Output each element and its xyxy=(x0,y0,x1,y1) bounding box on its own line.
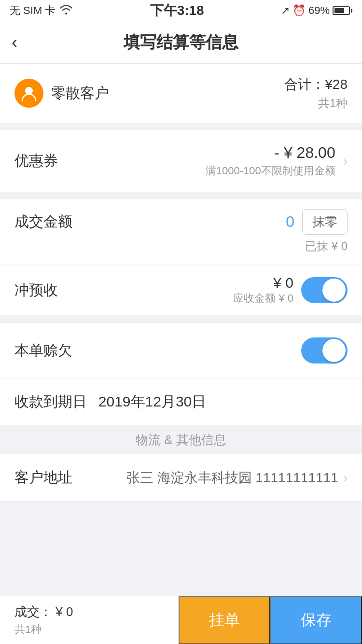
status-left: 无 SIM 卡 xyxy=(10,3,73,18)
coupon-right: - ¥ 28.00 满1000-100不限制使用金额 › xyxy=(206,144,348,178)
bottom-bar: 成交： ¥ 0 共1种 挂单 保存 xyxy=(0,596,362,644)
deal-top: 成交金额 0 抹零 xyxy=(14,209,348,235)
deal-amount-label: 成交金额 xyxy=(14,212,72,232)
status-bar: 无 SIM 卡 下午3:18 ↗ ⏰ 69% xyxy=(0,0,362,21)
customer-section: 零散客户 合计：¥28 共1种 xyxy=(0,64,362,123)
debt-row: 本单赊欠 xyxy=(0,323,362,378)
debt-section: 本单赊欠 收款到期日 2019年12月30日 xyxy=(0,323,362,425)
customer-right: 合计：¥28 共1种 xyxy=(284,75,348,111)
duedate-label: 收款到期日 xyxy=(14,393,87,409)
battery-icon xyxy=(333,6,352,15)
sim-label: 无 SIM 卡 xyxy=(10,3,56,18)
location-icon: ↗ xyxy=(281,4,290,17)
total-count: 共1种 xyxy=(284,96,348,111)
bottom-deal-count: 共1种 xyxy=(14,622,164,637)
nav-title: 填写结算等信息 xyxy=(124,31,238,54)
back-button[interactable]: ‹ xyxy=(12,32,17,53)
duedate-value: 2019年12月30日 xyxy=(98,393,206,409)
wifi-icon xyxy=(59,4,73,17)
coupon-value-block: - ¥ 28.00 满1000-100不限制使用金额 xyxy=(206,144,335,178)
status-time: 下午3:18 xyxy=(150,1,204,20)
deal-section: 成交金额 0 抹零 已抹 ¥ 0 冲预收 ¥ 0 应收金额 ¥ 0 xyxy=(0,199,362,315)
hang-button[interactable]: 挂单 xyxy=(179,596,270,644)
precollect-right: ¥ 0 应收金额 ¥ 0 xyxy=(233,275,348,306)
precollect-toggle[interactable] xyxy=(301,277,348,303)
deal-sub: 已抹 ¥ 0 xyxy=(14,238,348,260)
precollect-row: 冲预收 ¥ 0 应收金额 ¥ 0 xyxy=(0,265,362,315)
content-area: 零散客户 合计：¥28 共1种 优惠券 - ¥ 28.00 满1000-100不… xyxy=(0,64,362,549)
precollect-value-block: ¥ 0 应收金额 ¥ 0 xyxy=(233,275,293,306)
precollect-sub: 应收金额 ¥ 0 xyxy=(233,291,293,306)
customer-left: 零散客户 xyxy=(14,79,109,108)
coupon-amount: - ¥ 28.00 xyxy=(206,144,335,162)
address-value: 张三 海淀永丰科技园 11111111111 xyxy=(82,469,338,487)
precollect-amount: ¥ 0 xyxy=(233,275,293,291)
nav-bar: ‹ 填写结算等信息 xyxy=(0,21,362,64)
coupon-chevron-icon: › xyxy=(343,154,348,169)
round-button[interactable]: 抹零 xyxy=(302,209,348,235)
debt-toggle[interactable] xyxy=(301,337,348,364)
precollect-label: 冲预收 xyxy=(14,280,58,300)
total-amount: 合计：¥28 xyxy=(284,75,348,94)
save-button[interactable]: 保存 xyxy=(270,596,362,644)
address-label: 客户地址 xyxy=(14,468,72,488)
customer-name: 零散客户 xyxy=(51,84,109,103)
address-chevron-icon: › xyxy=(343,470,348,486)
deal-amount-value: 0 xyxy=(286,213,294,231)
divider-2 xyxy=(0,192,362,199)
address-row[interactable]: 客户地址 张三 海淀永丰科技园 11111111111 › xyxy=(0,454,362,501)
deal-amount-right: 0 抹零 xyxy=(286,209,348,235)
logistics-section-label: 物流 & 其他信息 xyxy=(126,432,236,448)
coupon-row[interactable]: 优惠券 - ¥ 28.00 满1000-100不限制使用金额 › xyxy=(0,130,362,192)
customer-avatar xyxy=(14,79,43,108)
logistics-divider: 物流 & 其他信息 xyxy=(0,425,362,454)
bottom-left: 成交： ¥ 0 共1种 xyxy=(0,603,179,637)
divider-1 xyxy=(0,123,362,130)
coupon-desc: 满1000-100不限制使用金额 xyxy=(206,164,335,178)
coupon-label: 优惠券 xyxy=(14,151,58,171)
address-section[interactable]: 客户地址 张三 海淀永丰科技园 11111111111 › xyxy=(0,454,362,501)
svg-point-0 xyxy=(25,87,33,95)
debt-label: 本单赊欠 xyxy=(14,341,72,361)
divider-3 xyxy=(0,315,362,323)
alarm-icon: ⏰ xyxy=(292,4,306,17)
coupon-section[interactable]: 优惠券 - ¥ 28.00 满1000-100不限制使用金额 › xyxy=(0,130,362,192)
status-right: ↗ ⏰ 69% xyxy=(281,4,352,17)
battery-percent: 69% xyxy=(308,4,330,17)
debt-toggle-circle xyxy=(322,339,346,362)
toggle-circle xyxy=(322,279,346,302)
duedate-row: 收款到期日 2019年12月30日 xyxy=(0,378,362,425)
bottom-deal-label: 成交： ¥ 0 xyxy=(14,603,164,620)
deal-amount-row: 成交金额 0 抹零 已抹 ¥ 0 xyxy=(0,199,362,265)
